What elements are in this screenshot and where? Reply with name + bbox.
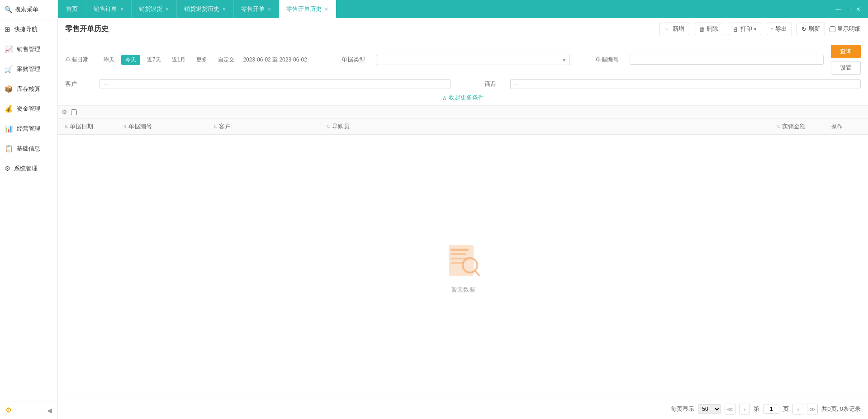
filter-row-2: 客户 ··· 商品 ··· — [65, 79, 861, 89]
empty-illustration: 暂无数据 — [441, 240, 486, 294]
export-button[interactable]: ↑ 导出 — [766, 23, 792, 35]
add-button[interactable]: ＋ 新增 — [659, 23, 689, 35]
tab-close-sales-return-history[interactable]: ✕ — [222, 6, 226, 12]
last-page-btn[interactable]: ≫ — [807, 404, 818, 414]
tab-label-sales-return-history: 销货退货历史 — [184, 5, 219, 13]
tab-retail-open[interactable]: 零售开单✕ — [234, 0, 279, 18]
settings-button[interactable]: 设置 — [831, 61, 861, 75]
tab-home[interactable]: 首页 — [58, 0, 86, 18]
minimize-btn[interactable]: — — [835, 6, 841, 13]
sidebar-item-purchase-mgmt[interactable]: 🛒采购管理 — [0, 59, 57, 79]
next-page-icon: › — [797, 406, 799, 413]
print-button[interactable]: 🖨 打印 ▾ — [728, 23, 761, 35]
date-range-display: 2023-06-02 至 2023-06-02 — [243, 56, 307, 64]
sidebar-item-sys-mgmt[interactable]: ⚙系统管理 — [0, 159, 57, 179]
sidebar-label-purchase-mgmt: 采购管理 — [17, 65, 40, 73]
show-detail-checkbox-label[interactable]: 显示明细 — [830, 25, 861, 33]
close-btn[interactable]: ✕ — [856, 6, 861, 13]
date-today[interactable]: 今天 — [121, 55, 140, 65]
page-label: 第 — [754, 405, 759, 413]
svg-point-7 — [466, 261, 472, 268]
table-area: ⚙ ⇅ 单据日期 ⇅ 单据编号 ⇅ 客户 ⇅ 导购员 — [58, 106, 868, 399]
customer-dots: ··· — [104, 81, 108, 87]
sidebar-icon-ops: 📊 — [5, 125, 13, 133]
empty-text: 暂无数据 — [451, 286, 475, 294]
sidebar-item-sales-mgmt[interactable]: 📈销售管理 — [0, 39, 57, 59]
prev-page-btn[interactable]: ‹ — [739, 404, 750, 414]
sidebar-label-finance: 资金管理 — [17, 105, 40, 113]
type-filter-select[interactable]: ▾ — [376, 55, 570, 65]
collapse-filter-btn[interactable]: ∧ 收起更多条件 — [65, 94, 861, 102]
query-button[interactable]: 查询 — [831, 45, 861, 58]
th-amount: ⇅ 实销金额 — [774, 119, 828, 134]
maximize-btn[interactable]: □ — [847, 6, 850, 13]
table-toolbar: ⚙ — [58, 106, 868, 119]
tab-sales-return-history[interactable]: 销货退货历史✕ — [177, 0, 234, 18]
sidebar-item-base-info[interactable]: 📋基础信息 — [0, 139, 57, 159]
sidebar-icon-quick-nav: ⊞ — [5, 25, 10, 33]
sidebar-item-inventory[interactable]: 📦库存核算 — [0, 79, 57, 99]
date-1month[interactable]: 近1月 — [168, 55, 190, 65]
content-area: 零售开单历史 ＋ 新增 🗑 删除 🖨 打印 ▾ ↑ 导出 — [58, 18, 868, 419]
sidebar-icon-sys-mgmt: ⚙ — [5, 165, 10, 173]
refresh-icon: ↻ — [802, 26, 806, 33]
first-page-btn[interactable]: ≪ — [725, 404, 735, 414]
th-spacer — [392, 123, 774, 130]
pagination-total: 共0页, 0条记录 — [821, 405, 861, 413]
sidebar-label-sales-mgmt: 销售管理 — [17, 45, 40, 53]
tab-bar: 首页销售订单✕销货退货✕销货退货历史✕零售开单✕零售开单历史✕ — □ ✕ — [58, 0, 868, 18]
filter-area: 单据日期 昨天 今天 近7天 近1月 更多 自定义 2023-06-02 至 2… — [58, 39, 868, 106]
sidebar: 🔍 搜索采单 ⊞快捷导航📈销售管理🛒采购管理📦库存核算💰资金管理📊经营管理📋基础… — [0, 0, 58, 419]
sidebar-icon-inventory: 📦 — [5, 85, 13, 93]
add-icon: ＋ — [664, 25, 670, 33]
sidebar-search-btn[interactable]: 🔍 搜索采单 — [0, 0, 57, 19]
next-page-btn[interactable]: › — [792, 404, 803, 414]
date-yesterday[interactable]: 昨天 — [100, 55, 119, 65]
main-area: 首页销售订单✕销货退货✕销货退货历史✕零售开单✕零售开单历史✕ — □ ✕ 零售… — [58, 0, 868, 419]
collapse-icon[interactable]: ◀ — [47, 407, 52, 414]
date-more[interactable]: 更多 — [192, 55, 211, 65]
refresh-button[interactable]: ↻ 刷新 — [797, 23, 825, 35]
pagination: 每页显示 50 10 20 100 ≪ ‹ 第 页 › ≫ 共0页, 0条记录 — [58, 399, 868, 419]
filter-row-1: 单据日期 昨天 今天 近7天 近1月 更多 自定义 2023-06-02 至 2… — [65, 45, 861, 75]
tab-retail-open-history[interactable]: 零售开单历史✕ — [279, 0, 336, 18]
empty-area: 暂无数据 — [58, 135, 868, 399]
per-page-label: 每页显示 — [671, 405, 694, 413]
tab-close-retail-open-history[interactable]: ✕ — [324, 6, 328, 12]
date-custom[interactable]: 自定义 — [214, 55, 238, 65]
tab-sales-order[interactable]: 销售订单✕ — [86, 0, 132, 18]
tab-label-sales-order: 销售订单 — [94, 5, 117, 13]
sidebar-search-label: 搜索采单 — [15, 5, 38, 14]
delete-icon: 🗑 — [699, 26, 705, 33]
th-customer: ⇅ 客户 — [211, 119, 324, 134]
first-page-icon: ≪ — [727, 406, 733, 413]
customer-filter-select[interactable]: ··· — [100, 79, 451, 89]
sidebar-item-ops[interactable]: 📊经营管理 — [0, 119, 57, 139]
per-page-select[interactable]: 50 10 20 100 — [698, 404, 721, 414]
date-7days[interactable]: 近7天 — [143, 55, 165, 65]
delete-button[interactable]: 🗑 删除 — [694, 23, 723, 35]
tab-close-sales-return[interactable]: ✕ — [165, 6, 169, 12]
sidebar-item-quick-nav[interactable]: ⊞快捷导航 — [0, 19, 57, 39]
select-all-checkbox[interactable] — [71, 109, 77, 115]
tab-close-retail-open[interactable]: ✕ — [267, 6, 271, 12]
sidebar-label-sys-mgmt: 系统管理 — [14, 165, 38, 173]
sidebar-icon-sales-mgmt: 📈 — [5, 45, 13, 53]
table-settings-icon[interactable]: ⚙ — [62, 108, 67, 116]
sidebar-label-base-info: 基础信息 — [17, 145, 40, 153]
th-number: ⇅ 单据编号 — [120, 119, 211, 134]
table-header: ⇅ 单据日期 ⇅ 单据编号 ⇅ 客户 ⇅ 导购员 ⇅ 实销 — [58, 119, 868, 135]
settings-icon[interactable]: ⚙ — [5, 406, 12, 414]
sidebar-item-finance[interactable]: 💰资金管理 — [0, 99, 57, 119]
tab-sales-return[interactable]: 销货退货✕ — [132, 0, 177, 18]
sidebar-icon-base-info: 📋 — [5, 145, 13, 153]
page-suffix: 页 — [783, 405, 789, 413]
tab-close-sales-order[interactable]: ✕ — [120, 6, 124, 12]
sort-number-icon: ⇅ — [123, 124, 127, 129]
search-icon: 🔍 — [5, 6, 12, 13]
page-input[interactable] — [763, 405, 779, 414]
sort-sales-icon: ⇅ — [327, 124, 330, 129]
number-filter-input[interactable] — [630, 55, 824, 65]
goods-filter-select[interactable]: ··· — [510, 79, 861, 89]
show-detail-checkbox[interactable] — [830, 26, 835, 32]
